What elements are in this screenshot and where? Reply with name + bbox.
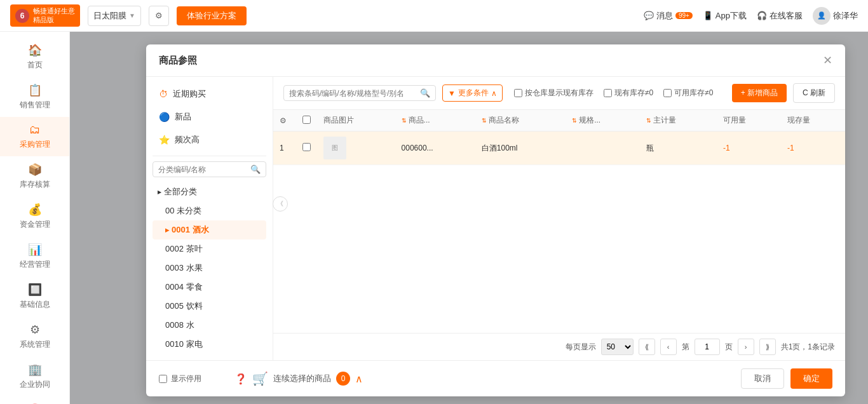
app-download-nav-item[interactable]: 📱 App下载	[703, 10, 747, 22]
new-icon: 🔵	[159, 112, 170, 122]
row-img: 图	[317, 131, 395, 165]
refresh-button[interactable]: C 刷新	[793, 83, 835, 103]
message-nav-item[interactable]: 💬 消息 99+	[644, 10, 693, 22]
trial-button[interactable]: 体验行业方案	[177, 6, 247, 25]
pagination: 每页显示 50 10 20 100 ⟪ ‹ 第 页 › ⟫	[273, 333, 845, 360]
enterprise-icon: 🏢	[28, 363, 42, 377]
recent-icon: ⏱	[159, 89, 168, 99]
tab-frequent[interactable]: ⭐ 频次高	[153, 129, 266, 151]
tree-item-00[interactable]: 00 未分类	[153, 201, 266, 220]
new-product-button[interactable]: + 新增商品	[732, 84, 787, 102]
tree-item-0002[interactable]: 0002 茶叶	[153, 239, 266, 259]
category-search-icon[interactable]: 🔍	[250, 165, 261, 174]
sidebar-item-enterprise[interactable]: 🏢 企业协同	[0, 356, 69, 396]
category-search-input[interactable]	[158, 165, 248, 174]
finance-icon: 💰	[28, 203, 42, 217]
tree-item-0008[interactable]: 0008 水	[153, 316, 266, 335]
select-all-checkbox[interactable]	[302, 116, 311, 124]
sidebar-item-home[interactable]: 🏠 首页	[0, 37, 69, 77]
sidebar-item-sales[interactable]: 📋 销售管理	[0, 77, 69, 117]
product-reference-dialog: 商品参照 ✕ ⏱ 近期购买 🔵 新品	[146, 44, 845, 396]
col-available: 可用量	[717, 110, 781, 131]
col-name: ⇅ 商品名称	[475, 110, 566, 131]
tree-item-0005[interactable]: 0005 饮料	[153, 297, 266, 316]
toolbar: 🔍 ▼ 更多条件 ∧ 按仓库显示现有库存	[273, 77, 845, 110]
sidebar-item-finance[interactable]: 💰 资金管理	[0, 196, 69, 236]
home-icon: 🏠	[28, 43, 42, 57]
sidebar-item-purchase[interactable]: 🗂 采购管理	[0, 117, 69, 156]
chk-stock-nonzero-input[interactable]	[604, 89, 612, 97]
sidebar-item-guide[interactable]: 🎯 新手引导	[0, 396, 69, 404]
inventory-icon: 📦	[28, 163, 42, 177]
product-search-input[interactable]	[289, 89, 417, 98]
last-page-button[interactable]: ⟫	[759, 339, 776, 355]
tree-item-0003[interactable]: 0003 水果	[153, 259, 266, 278]
cart-icon[interactable]: 🛒	[252, 371, 268, 386]
table-row[interactable]: 1 图 000600... 白酒100ml	[273, 131, 845, 165]
top-nav: 6 畅捷通好生意 精品版 日太阳膜 ▼ ⚙ 体验行业方案 💬 消息 99+ 📱 …	[0, 0, 868, 32]
chk-by-warehouse-input[interactable]	[514, 89, 522, 97]
online-service-nav-item[interactable]: 🎧 在线客服	[757, 10, 803, 22]
system-icon: ⚙	[30, 323, 40, 337]
sort-icon-spec: ⇅	[572, 118, 577, 124]
settings-icon[interactable]: ⚙	[149, 6, 169, 26]
prev-page-button[interactable]: ‹	[660, 339, 677, 355]
collapse-panel-button[interactable]: 《	[273, 196, 288, 212]
more-filter-button[interactable]: ▼ 更多条件 ∧	[442, 84, 503, 102]
per-page-select[interactable]: 50 10 20 100	[601, 339, 634, 355]
next-page-button[interactable]: ›	[738, 339, 754, 355]
headset-icon: 🎧	[757, 11, 767, 20]
row-check	[296, 131, 317, 165]
col-img: 商品图片	[317, 110, 395, 131]
sidebar-item-basic[interactable]: 🔲 基础信息	[0, 276, 69, 316]
confirm-button[interactable]: 确定	[790, 368, 832, 389]
sidebar-item-operation[interactable]: 📊 经营管理	[0, 236, 69, 276]
left-panel: ⏱ 近期购买 🔵 新品 ⭐ 频次高	[146, 77, 273, 360]
row-checkbox[interactable]	[302, 143, 311, 151]
help-icon[interactable]: ❓	[234, 373, 247, 385]
table-header-row: ⚙ 商品图片	[273, 110, 845, 131]
chk-available-nonzero[interactable]: 可用库存≠0	[663, 88, 713, 98]
left-panel-tabs: ⏱ 近期购买 🔵 新品 ⭐ 频次高	[146, 83, 273, 151]
row-name: 白酒100ml	[475, 131, 566, 165]
logo[interactable]: 6 畅捷通好生意 精品版	[10, 4, 80, 26]
filter-checkboxes: 按仓库显示现有库存 现有库存≠0 可用库存≠0	[514, 88, 714, 98]
show-disabled-checkbox[interactable]: 显示停用	[159, 374, 201, 384]
sort-icon: ⇅	[402, 118, 407, 124]
dialog-header: 商品参照 ✕	[146, 44, 845, 77]
chk-available-nonzero-input[interactable]	[663, 89, 672, 97]
product-search-icon[interactable]: 🔍	[420, 88, 430, 98]
show-disabled-input[interactable]	[159, 375, 167, 383]
tree-item-0004[interactable]: 0004 零食	[153, 278, 266, 297]
expand-icon: ▶	[158, 189, 161, 195]
category-search: 🔍	[153, 161, 266, 177]
tree-item-all[interactable]: ▶ 全部分类	[153, 182, 266, 201]
sort-icon-unit: ⇅	[646, 118, 651, 124]
tab-recent[interactable]: ⏱ 近期购买	[153, 83, 266, 105]
cart-count-badge: 0	[336, 372, 350, 386]
dialog-close-button[interactable]: ✕	[823, 53, 832, 67]
purchase-icon: 🗂	[29, 123, 41, 137]
product-thumbnail: 图	[323, 137, 346, 159]
chk-stock-nonzero[interactable]: 现有库存≠0	[604, 88, 653, 98]
user-nav-item[interactable]: 👤 徐泽华	[813, 7, 858, 25]
category-tree: ▶ 全部分类 00 未分类 ▶ 0001 酒水 0002 茶叶	[146, 182, 273, 354]
branch-selector[interactable]: 日太阳膜 ▼	[88, 6, 141, 26]
tab-new[interactable]: 🔵 新品	[153, 106, 266, 128]
col-check	[296, 110, 317, 131]
main-layout: 🏠 首页 📋 销售管理 🗂 采购管理 📦 库存核算 💰 资金管理 📊 经营管理 …	[0, 32, 868, 404]
sidebar-item-system[interactable]: ⚙ 系统管理	[0, 316, 69, 356]
tree-item-0001[interactable]: ▶ 0001 酒水	[153, 220, 266, 239]
chevron-up-icon: ∧	[491, 89, 497, 98]
chk-by-warehouse[interactable]: 按仓库显示现有库存	[514, 88, 593, 98]
page-number-input[interactable]	[695, 339, 720, 355]
sidebar: 🏠 首页 📋 销售管理 🗂 采购管理 📦 库存核算 💰 资金管理 📊 经营管理 …	[0, 32, 70, 404]
first-page-button[interactable]: ⟪	[639, 339, 655, 355]
col-settings[interactable]: ⚙	[273, 110, 296, 131]
sidebar-item-inventory[interactable]: 📦 库存核算	[0, 156, 69, 196]
tree-item-0010[interactable]: 0010 家电	[153, 335, 266, 354]
cart-collapse-icon[interactable]: ∧	[355, 373, 363, 385]
sort-icon-name: ⇅	[482, 118, 487, 124]
cancel-button[interactable]: 取消	[741, 368, 784, 389]
row-available: -1	[717, 131, 781, 165]
